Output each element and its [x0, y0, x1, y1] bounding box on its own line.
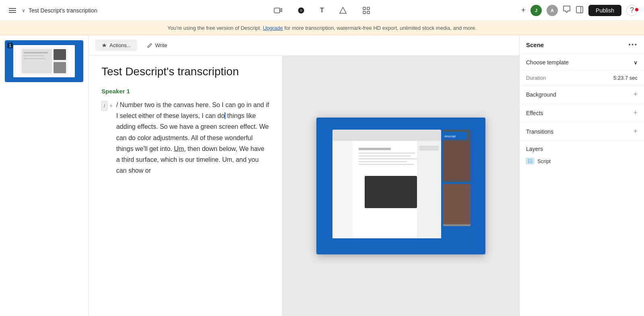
comment-button[interactable]: [563, 5, 571, 15]
svg-rect-11: [54, 49, 66, 60]
svg-rect-12: [54, 62, 66, 73]
panel-toggle-button[interactable]: [576, 6, 584, 15]
hamburger-button[interactable]: [6, 6, 19, 15]
top-bar: ∨ Test Descript's transcription T + J A …: [0, 0, 644, 21]
duration-row: Duration 5:23.7 sec: [520, 71, 644, 85]
actions-button[interactable]: Actions...: [95, 39, 137, 51]
svg-rect-20: [332, 141, 353, 238]
svg-rect-37: [528, 159, 533, 163]
scene-header: Scene •••: [520, 35, 644, 54]
transitions-row[interactable]: Transitions +: [520, 122, 644, 141]
text-tool-button[interactable]: T: [318, 4, 326, 17]
chevron-button[interactable]: ∨: [22, 8, 25, 13]
script-layer-icon: [526, 158, 534, 164]
transcript-text: / + / Number two is the canvas here. So …: [101, 99, 269, 176]
layer-item-script[interactable]: Script: [526, 155, 638, 167]
canvas-frame: descript: [316, 118, 485, 254]
layers-section: Layers Script: [520, 141, 644, 171]
svg-rect-24: [359, 155, 411, 157]
svg-rect-4: [367, 7, 369, 10]
layer-name-script: Script: [537, 158, 551, 164]
scene-inner: [13, 45, 75, 77]
background-label: Background: [526, 91, 556, 98]
svg-text:descript: descript: [444, 134, 456, 138]
svg-rect-27: [359, 164, 414, 165]
avatar-a: A: [547, 5, 558, 16]
svg-rect-25: [359, 158, 417, 159]
svg-rect-29: [417, 141, 441, 238]
svg-rect-35: [443, 142, 471, 180]
scene-preview: [6, 41, 83, 81]
top-bar-right: + J A Publish ?: [521, 5, 638, 16]
layers-title: Layers: [526, 146, 638, 152]
split-view: Test Descript's transcription Speaker 1 …: [89, 56, 519, 316]
svg-rect-13: [24, 52, 48, 54]
effects-row[interactable]: Effects +: [520, 104, 644, 122]
transitions-label: Transitions: [526, 128, 553, 135]
doc-title: Test Descript's transcription: [101, 65, 269, 78]
block-controls: / +: [101, 101, 113, 111]
duration-label: Duration: [526, 75, 546, 81]
add-button[interactable]: +: [521, 6, 526, 15]
project-title: Test Descript's transcription: [29, 7, 97, 14]
notification-dot: [635, 8, 638, 11]
duration-value: 5:23.7 sec: [613, 75, 638, 81]
more-options-button[interactable]: •••: [628, 41, 638, 48]
transcript-content: / Number two is the canvas here. So I ca…: [116, 99, 269, 176]
record-button[interactable]: [294, 4, 308, 17]
svg-rect-23: [359, 153, 415, 154]
canvas-inner: descript: [316, 118, 485, 254]
text-icon: T: [320, 7, 324, 14]
editor-area: Actions... Write Test Descript's transcr…: [89, 35, 519, 316]
choose-template-row[interactable]: Choose template ∨: [520, 54, 644, 71]
block-add-button[interactable]: +: [109, 102, 113, 109]
svg-rect-7: [576, 6, 583, 13]
write-label: Write: [155, 42, 167, 48]
choose-template-label: Choose template: [526, 59, 569, 66]
publish-button[interactable]: Publish: [588, 5, 621, 16]
background-row[interactable]: Background +: [520, 85, 644, 104]
speaker-label: Speaker 1: [101, 88, 269, 95]
transcript-block: / + / Number two is the canvas here. So …: [101, 99, 269, 176]
scene-number: 1: [7, 43, 13, 48]
effects-expand-button[interactable]: +: [633, 109, 638, 117]
upgrade-banner: You're using the free version of Descrip…: [0, 21, 644, 35]
top-bar-center: T: [271, 4, 373, 17]
transcript-panel: Test Descript's transcription Speaker 1 …: [89, 56, 283, 316]
transitions-expand-button[interactable]: +: [633, 127, 638, 136]
banner-text-after: for more transcription, watermark-free H…: [284, 25, 477, 31]
svg-rect-26: [359, 161, 407, 162]
scene-header-title: Scene: [526, 41, 544, 48]
hamburger-icon: [9, 8, 16, 13]
scenes-panel: 1: [0, 35, 89, 316]
svg-rect-28: [365, 176, 417, 208]
editor-toolbar: Actions... Write: [89, 35, 519, 56]
block-number: /: [101, 101, 107, 111]
actions-label: Actions...: [109, 42, 131, 48]
svg-rect-5: [363, 11, 365, 14]
canvas-panel: descript: [283, 56, 520, 316]
grid-tool-button[interactable]: [359, 4, 373, 17]
shapes-tool-button[interactable]: [336, 4, 350, 17]
right-panel: Scene ••• Choose template ∨ Duration 5:2…: [519, 35, 644, 316]
svg-rect-30: [419, 146, 439, 151]
help-wrap: ?: [626, 5, 638, 16]
svg-rect-14: [24, 55, 44, 56]
chevron-down-icon: ∨: [634, 59, 638, 66]
svg-point-2: [299, 9, 303, 12]
upgrade-link[interactable]: Upgrade: [263, 25, 283, 31]
top-bar-left: ∨ Test Descript's transcription: [6, 6, 97, 15]
svg-rect-3: [363, 7, 365, 10]
video-tool-button[interactable]: [271, 4, 285, 17]
svg-rect-22: [359, 148, 391, 150]
svg-rect-0: [274, 8, 280, 13]
background-expand-button[interactable]: +: [633, 90, 638, 99]
avatar-j: J: [530, 5, 542, 16]
scene-1-thumb[interactable]: 1: [5, 40, 83, 82]
svg-rect-15: [24, 58, 46, 59]
svg-rect-6: [367, 11, 369, 14]
banner-text-before: You're using the free version of Descrip…: [167, 25, 261, 31]
write-button[interactable]: Write: [142, 39, 172, 51]
um-word: Um,: [174, 145, 186, 152]
svg-rect-19: [332, 138, 441, 141]
